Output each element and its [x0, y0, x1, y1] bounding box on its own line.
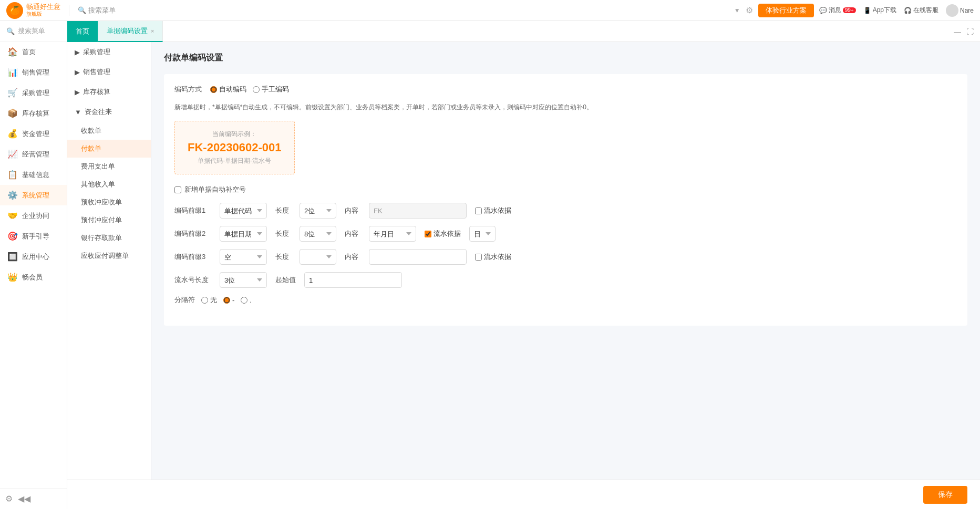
search-icon: 🔍	[78, 6, 86, 14]
app-center-icon: 🔲	[7, 252, 18, 262]
sub-item-expense[interactable]: 费用支出单	[67, 158, 151, 175]
tab-close-icon[interactable]: ×	[151, 28, 154, 34]
sidebar-item-member[interactable]: 👑 畅会员	[0, 267, 67, 287]
enterprise-icon: 🤝	[7, 211, 18, 221]
sidebar-collapse-icon[interactable]: ◀◀	[18, 494, 30, 504]
sub-header-inventory[interactable]: ▶ 库存核算	[67, 82, 151, 102]
logo-text-block: 畅通好生意 旗舰版	[26, 3, 60, 18]
waterfall2-checkbox-label[interactable]: 流水依据	[425, 229, 461, 238]
settings-card: 编码方式 自动编码 手工编码	[164, 74, 967, 326]
content2-select[interactable]: 年月日	[369, 226, 416, 242]
sep-dot-radio[interactable]	[241, 297, 247, 304]
sub-header-sales[interactable]: ▶ 销售管理	[67, 62, 151, 82]
encoding-method-label: 编码方式	[174, 85, 202, 94]
sidebar-item-operations[interactable]: 📈 经营管理	[0, 144, 67, 164]
sidebar-item-home[interactable]: 🏠 首页	[0, 41, 67, 62]
sep-none-radio-label[interactable]: 无	[201, 295, 217, 305]
sidebar-search-icon: 🔍	[6, 27, 15, 35]
service-btn[interactable]: 🎧 在线客服	[904, 6, 938, 15]
sidebar-settings-icon[interactable]: ⚙	[5, 494, 13, 504]
prefix3-label: 编码前缀3	[174, 252, 211, 262]
length2-label: 长度	[275, 229, 289, 238]
sidebar-item-member-label: 畅会员	[22, 273, 43, 282]
basic-icon: 📋	[7, 170, 18, 180]
sidebar-item-sales[interactable]: 📊 销售管理	[0, 62, 67, 82]
sep-dash-radio[interactable]	[223, 297, 230, 304]
auto-encoding-radio[interactable]: 自动编码	[210, 85, 246, 94]
sidebar-item-app-center[interactable]: 🔲 应用中心	[0, 246, 67, 267]
sub-item-adjustment[interactable]: 应收应付调整单	[67, 247, 151, 265]
sidebar-item-operations-label: 经营管理	[22, 150, 49, 159]
sub-group-purchase: ▶ 采购管理	[67, 42, 151, 62]
tab-home[interactable]: 首页	[67, 21, 98, 42]
sidebar-item-guide[interactable]: 🎯 新手引导	[0, 226, 67, 246]
sidebar-item-system[interactable]: ⚙️ 系统管理	[0, 185, 67, 205]
waterfall1-checkbox[interactable]	[475, 207, 482, 214]
length2-select[interactable]: 8位	[300, 226, 336, 242]
prefix1-select[interactable]: 单据代码	[220, 203, 267, 219]
length1-select[interactable]: 2位	[300, 203, 336, 219]
sep-dot-radio-label[interactable]: .	[241, 296, 252, 304]
sidebar-item-enterprise[interactable]: 🤝 企业协同	[0, 205, 67, 226]
auto-fill-checkbox[interactable]	[174, 186, 181, 193]
home-icon: 🏠	[7, 47, 18, 57]
tab-minimize-icon[interactable]: —	[954, 27, 961, 36]
sub-label-inventory: 库存核算	[83, 87, 110, 97]
tab-encoding-label: 单据编码设置	[107, 26, 148, 36]
sub-item-prepay-payable[interactable]: 预付冲应付单	[67, 211, 151, 229]
waterfall3-label: 流水依据	[484, 252, 511, 262]
waterfall1-checkbox-label[interactable]: 流水依据	[475, 206, 511, 215]
search-area[interactable]: 🔍 搜索菜单	[78, 6, 729, 15]
sep-dash-radio-label[interactable]: -	[223, 296, 234, 304]
manual-encoding-label: 手工编码	[262, 85, 289, 94]
waterfall3-checkbox[interactable]	[475, 254, 482, 261]
sidebar-item-basic[interactable]: 📋 基础信息	[0, 164, 67, 185]
waterfall2-checkbox[interactable]	[425, 231, 431, 237]
sub-item-receipt[interactable]: 收款单	[67, 122, 151, 140]
sidebar-search[interactable]: 🔍 搜索菜单	[0, 21, 67, 41]
length3-select[interactable]	[300, 249, 336, 265]
sub-header-finance[interactable]: ▼ 资金往来	[67, 102, 151, 122]
waterfall2-unit-select[interactable]: 日	[469, 226, 496, 242]
waterfall3-checkbox-label[interactable]: 流水依据	[475, 252, 511, 262]
tab-encoding-settings[interactable]: 单据编码设置 ×	[98, 21, 163, 42]
sub-label-sales: 销售管理	[83, 67, 110, 77]
inventory-icon: 📦	[7, 108, 18, 118]
sidebar-item-guide-label: 新手引导	[22, 232, 49, 241]
auto-encoding-label: 自动编码	[219, 85, 246, 94]
sub-item-bank[interactable]: 银行存取款单	[67, 229, 151, 247]
waterfall1-label: 流水依据	[484, 206, 511, 215]
user-info[interactable]: Nare	[946, 4, 974, 17]
sub-item-payment[interactable]: 付款单	[67, 140, 151, 158]
sub-header-purchase[interactable]: ▶ 采购管理	[67, 42, 151, 62]
message-btn[interactable]: 💬 消息 99+	[819, 6, 856, 15]
upgrade-button[interactable]: 体验行业方案	[758, 4, 814, 17]
manual-encoding-radio[interactable]: 手工编码	[253, 85, 289, 94]
sidebar-item-purchase[interactable]: 🛒 采购管理	[0, 82, 67, 103]
sidebar-item-home-label: 首页	[22, 47, 36, 57]
manual-encoding-input[interactable]	[253, 86, 260, 93]
prefix2-select[interactable]: 单据日期	[220, 226, 267, 242]
save-button[interactable]: 保存	[923, 486, 967, 504]
auto-encoding-input[interactable]	[210, 86, 217, 93]
sub-group-inventory: ▶ 库存核算	[67, 82, 151, 102]
sep-none-radio[interactable]	[201, 297, 208, 304]
bottom-bar: 保存	[67, 480, 980, 509]
settings-icon[interactable]: ⚙	[746, 5, 753, 15]
start-value-input[interactable]	[304, 272, 402, 288]
encoding-method-row: 编码方式 自动编码 手工编码	[174, 85, 957, 94]
prefix3-select[interactable]: 空	[220, 249, 267, 265]
download-btn[interactable]: 📱 App下载	[863, 6, 896, 15]
dropdown-arrow-icon[interactable]: ▼	[734, 7, 740, 14]
content3-input[interactable]	[369, 249, 467, 265]
sidebar-item-inventory[interactable]: 📦 库存核算	[0, 103, 67, 123]
auto-fill-label: 新增单据自动补空号	[184, 185, 246, 194]
serial-length-select[interactable]: 3位	[220, 272, 267, 288]
sub-item-prepay-receivable[interactable]: 预收冲应收单	[67, 193, 151, 211]
sidebar-item-finance[interactable]: 💰 资金管理	[0, 123, 67, 144]
member-icon: 👑	[7, 272, 18, 282]
tab-maximize-icon[interactable]: ⛶	[966, 27, 974, 36]
separator-label: 分隔符	[174, 295, 195, 305]
sidebar-item-inventory-label: 库存核算	[22, 109, 49, 118]
sub-item-other-income[interactable]: 其他收入单	[67, 175, 151, 193]
